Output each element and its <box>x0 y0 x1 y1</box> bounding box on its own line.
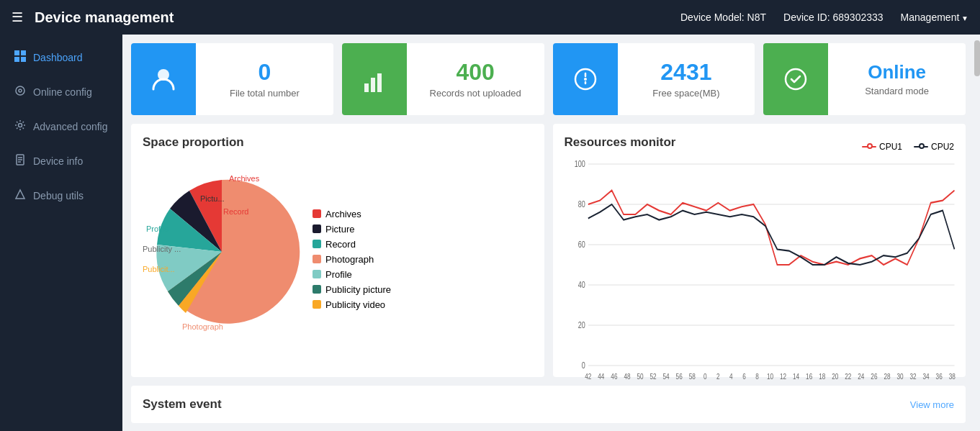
legend-item-record: Record <box>313 239 391 250</box>
svg-text:38: 38 <box>948 372 955 381</box>
cpu2-legend: CPU2 <box>914 142 954 152</box>
sidebar-item-label: Debug utils <box>33 190 84 201</box>
legend-item-archives: Archives <box>313 209 391 219</box>
legend-item-publicity-video: Publicity video <box>313 299 391 310</box>
svg-text:8: 8 <box>755 372 759 381</box>
free-space-icon-box <box>553 43 618 115</box>
svg-point-4 <box>16 86 24 95</box>
svg-text:10: 10 <box>766 372 773 381</box>
free-space-value: 2431 <box>660 60 711 85</box>
svg-rect-3 <box>21 57 26 62</box>
legend-dot-archives <box>313 209 321 218</box>
legend-label-photograph: Photograph <box>325 254 374 265</box>
header-right: Device Model: N8T Device ID: 689302333 M… <box>680 12 968 23</box>
svg-rect-15 <box>377 73 382 92</box>
device-id: Device ID: 689302333 <box>783 12 884 23</box>
svg-rect-0 <box>14 50 19 55</box>
svg-text:6: 6 <box>742 372 746 381</box>
online-info: Online Standard mode <box>828 56 966 102</box>
svg-text:16: 16 <box>806 372 812 381</box>
online-config-icon <box>14 85 26 99</box>
svg-rect-2 <box>14 57 19 62</box>
sidebar-item-label: Online config <box>33 86 92 98</box>
legend-label-publicity-video: Publicity video <box>325 299 385 310</box>
charts-row: Space proportion <box>131 124 966 377</box>
app-title: Device management <box>35 9 680 26</box>
svg-text:4: 4 <box>729 372 733 381</box>
svg-text:44: 44 <box>598 372 605 381</box>
svg-text:22: 22 <box>845 372 851 381</box>
svg-text:12: 12 <box>780 372 786 381</box>
resources-monitor-title: Resources monitor <box>565 135 676 150</box>
system-event-header: System event View more <box>143 397 954 412</box>
cpu2-label: CPU2 <box>931 142 954 152</box>
cpu-legend: CPU1 CPU2 <box>862 142 954 152</box>
svg-text:60: 60 <box>577 240 585 249</box>
sidebar-item-label: Dashboard <box>33 52 83 63</box>
records-label: Records not uploaded <box>430 88 521 99</box>
free-space-info: 2431 Free space(MB) <box>618 54 755 104</box>
svg-text:100: 100 <box>574 159 585 168</box>
stat-card-free-space: 2431 Free space(MB) <box>553 43 755 115</box>
management-dropdown[interactable]: Management <box>901 12 968 23</box>
legend-dot-publicity-video <box>313 300 321 309</box>
legend-dot-profile <box>313 270 321 278</box>
legend-item-picture: Picture <box>313 224 391 235</box>
online-value: Online <box>868 62 926 83</box>
svg-text:30: 30 <box>896 372 903 381</box>
advanced-config-icon <box>14 119 26 134</box>
sidebar-item-advanced-config[interactable]: Advanced config <box>0 109 122 144</box>
svg-text:50: 50 <box>637 372 643 381</box>
svg-text:32: 32 <box>909 372 916 381</box>
system-event-card: System event View more <box>131 386 966 423</box>
system-event-title: System event <box>143 397 222 412</box>
sidebar-item-dashboard[interactable]: Dashboard <box>0 40 122 75</box>
device-info-icon <box>14 154 26 168</box>
stat-card-file-total: 0 File total number <box>131 43 333 115</box>
stats-row: 0 File total number 400 Records not uplo… <box>131 43 966 115</box>
svg-text:58: 58 <box>688 372 695 381</box>
line-chart-area: 100 80 60 40 20 0 42 44 46 <box>565 164 955 366</box>
sidebar-item-device-info[interactable]: Device info <box>0 144 122 178</box>
scrollbar-track[interactable] <box>974 35 980 431</box>
sidebar-item-online-config[interactable]: Online config <box>0 75 122 109</box>
menu-icon[interactable]: ☰ <box>12 9 23 25</box>
resources-monitor-header: Resources monitor CPU1 CPU2 <box>565 135 955 158</box>
svg-text:42: 42 <box>585 372 591 381</box>
legend-label-record: Record <box>325 239 356 250</box>
svg-text:28: 28 <box>884 372 890 381</box>
svg-point-5 <box>19 89 22 92</box>
scrollbar-thumb[interactable] <box>974 40 980 76</box>
records-info: 400 Records not uploaded <box>407 54 544 104</box>
content-area: 0 File total number 400 Records not uplo… <box>122 35 974 431</box>
sidebar-item-debug-utils[interactable]: Debug utils <box>0 178 122 213</box>
svg-rect-13 <box>364 83 369 92</box>
view-more-link[interactable]: View more <box>910 399 954 410</box>
legend-label-publicity-picture: Publicity picture <box>325 284 391 295</box>
file-total-label: File total number <box>230 88 300 99</box>
online-label: Standard mode <box>865 86 929 96</box>
svg-text:0: 0 <box>581 360 585 370</box>
svg-text:56: 56 <box>675 372 682 381</box>
resources-monitor-card: Resources monitor CPU1 CPU2 <box>553 124 966 377</box>
svg-rect-1 <box>21 50 26 55</box>
header: ☰ Device management Device Model: N8T De… <box>0 0 980 35</box>
svg-marker-11 <box>16 190 24 199</box>
legend-label-profile: Profile <box>325 269 352 280</box>
svg-text:18: 18 <box>819 372 825 381</box>
sidebar: Dashboard Online config Advanced config … <box>0 35 122 431</box>
svg-text:48: 48 <box>624 372 630 381</box>
cpu1-label: CPU1 <box>879 142 902 152</box>
main-layout: Dashboard Online config Advanced config … <box>0 35 980 431</box>
pie-label-record: Record <box>223 207 248 216</box>
pie-label-photograph: Photograph <box>182 322 223 331</box>
svg-text:36: 36 <box>935 372 942 381</box>
svg-text:20: 20 <box>577 320 585 330</box>
dashboard-icon <box>14 50 26 65</box>
svg-text:26: 26 <box>871 372 877 381</box>
online-icon-box <box>763 43 828 115</box>
pie-label-publicity-video: Publicit... <box>143 265 175 273</box>
stat-card-records: 400 Records not uploaded <box>342 43 544 115</box>
records-value: 400 <box>456 60 494 85</box>
legend-item-photograph: Photograph <box>313 254 391 265</box>
